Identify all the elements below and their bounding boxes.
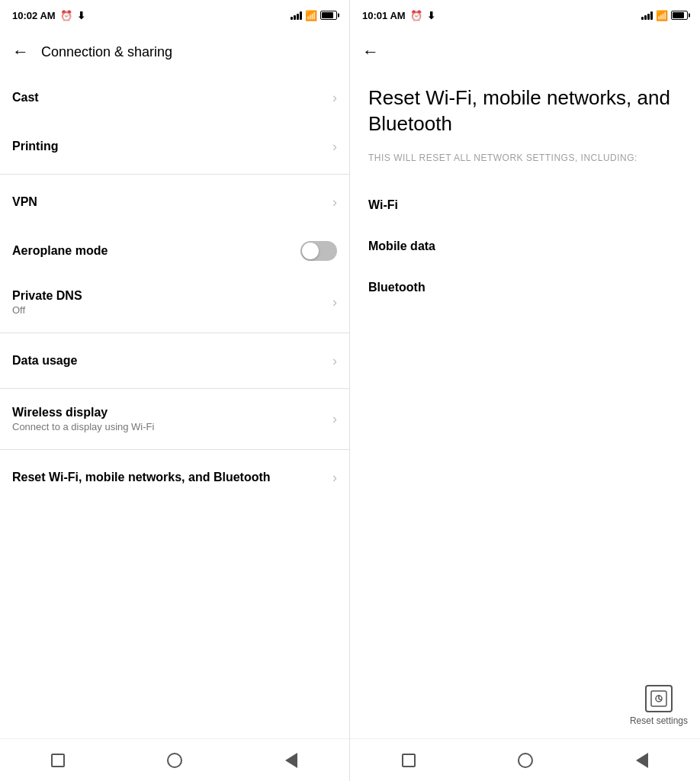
- left-alarm-icon: ⏰: [60, 10, 72, 21]
- left-nav-circle-icon: [167, 753, 182, 768]
- settings-item-aeroplane[interactable]: Aeroplane mode: [0, 227, 349, 275]
- right-battery-icon: 91: [671, 11, 688, 20]
- left-nav-triangle-icon: [285, 753, 297, 768]
- right-nav-bar: [350, 738, 700, 781]
- settings-item-wireless-display[interactable]: Wireless display Connect to a display us…: [0, 392, 349, 446]
- right-nav-square-icon: [402, 754, 416, 767]
- left-settings-list: Cast › Printing › VPN › Aeroplane mode: [0, 73, 349, 738]
- left-nav-bar: [0, 738, 349, 781]
- wireless-display-title: Wireless display: [12, 406, 154, 419]
- left-status-bar: 10:02 AM ⏰ ⬇ 📶 91: [0, 0, 349, 31]
- reset-item-bluetooth: Bluetooth: [368, 267, 682, 308]
- reset-item-wifi: Wi-Fi: [368, 185, 682, 226]
- right-battery-label: 91: [672, 12, 687, 19]
- reset-wifi-title: Reset Wi-Fi, mobile networks, and Blueto…: [12, 471, 271, 484]
- left-back-button[interactable]: ←: [12, 42, 29, 62]
- left-download-icon: ⬇: [77, 10, 85, 21]
- right-nav-home[interactable]: [510, 745, 541, 776]
- left-nav-square-icon: [51, 754, 65, 767]
- private-dns-title: Private DNS: [12, 289, 82, 303]
- right-phone-panel: 10:01 AM ⏰ ⬇ 📶 91 ← Reset Wi-Fi, mobile …: [350, 0, 700, 781]
- settings-item-vpn[interactable]: VPN ›: [0, 178, 349, 227]
- private-dns-subtitle: Off: [12, 304, 82, 316]
- printing-chevron: ›: [332, 139, 337, 155]
- right-toolbar: ←: [350, 31, 700, 73]
- vpn-title: VPN: [12, 195, 37, 209]
- settings-item-cast[interactable]: Cast ›: [0, 73, 349, 122]
- settings-item-private-dns[interactable]: Private DNS Off ›: [0, 275, 349, 329]
- reset-settings-label: Reset settings: [630, 715, 688, 726]
- right-wifi-icon: 📶: [656, 10, 668, 21]
- aeroplane-toggle[interactable]: [300, 241, 337, 261]
- reset-subtitle: THIS WILL RESET ALL NETWORK SETTINGS, IN…: [368, 153, 682, 163]
- left-status-right: 📶 91: [291, 10, 337, 21]
- right-nav-recents[interactable]: [393, 745, 424, 776]
- left-toolbar: ← Connection & sharing: [0, 31, 349, 73]
- reset-settings-button[interactable]: Reset settings: [630, 685, 688, 726]
- right-status-right: 📶 91: [641, 10, 688, 21]
- right-back-button[interactable]: ←: [362, 42, 379, 62]
- left-time: 10:02 AM: [12, 10, 56, 21]
- aeroplane-toggle-knob: [302, 243, 319, 259]
- left-nav-back[interactable]: [276, 745, 307, 776]
- divider-after-printing: [0, 174, 349, 175]
- left-status-left: 10:02 AM ⏰ ⬇: [12, 10, 85, 21]
- right-status-bar: 10:01 AM ⏰ ⬇ 📶 91: [350, 0, 700, 31]
- private-dns-chevron: ›: [332, 294, 337, 310]
- divider-after-data-usage: [0, 388, 349, 389]
- right-download-icon: ⬇: [427, 10, 435, 21]
- reset-footer: Reset settings: [350, 673, 700, 738]
- settings-item-data-usage[interactable]: Data usage ›: [0, 336, 349, 385]
- cast-chevron: ›: [332, 90, 337, 106]
- vpn-chevron: ›: [332, 194, 337, 211]
- left-wifi-icon: 📶: [305, 10, 317, 21]
- right-status-left: 10:01 AM ⏰ ⬇: [362, 10, 435, 21]
- reset-item-mobile-data: Mobile data: [368, 226, 682, 267]
- left-phone-panel: 10:02 AM ⏰ ⬇ 📶 91 ← Connection & sharing: [0, 0, 350, 781]
- left-battery-icon: 91: [320, 11, 337, 20]
- reset-settings-icon: [650, 690, 667, 707]
- wireless-display-chevron: ›: [332, 411, 337, 427]
- reset-wifi-chevron: ›: [332, 470, 337, 486]
- divider-after-private-dns: [0, 333, 349, 333]
- right-nav-triangle-icon: [636, 753, 648, 768]
- data-usage-title: Data usage: [12, 354, 77, 368]
- right-signal-icon: [641, 11, 653, 20]
- left-nav-home[interactable]: [159, 745, 190, 776]
- printing-title: Printing: [12, 140, 58, 153]
- data-usage-chevron: ›: [332, 353, 337, 369]
- cast-title: Cast: [12, 91, 39, 104]
- aeroplane-title: Aeroplane mode: [12, 244, 108, 258]
- divider-after-wireless-display: [0, 449, 349, 450]
- right-alarm-icon: ⏰: [410, 10, 422, 21]
- left-page-title: Connection & sharing: [41, 44, 172, 60]
- right-nav-circle-icon: [518, 753, 533, 768]
- reset-content: Reset Wi-Fi, mobile networks, and Blueto…: [350, 73, 700, 673]
- left-nav-recents[interactable]: [43, 745, 73, 776]
- aeroplane-toggle-container: [300, 241, 337, 261]
- settings-item-reset-wifi[interactable]: Reset Wi-Fi, mobile networks, and Blueto…: [0, 453, 349, 502]
- right-time: 10:01 AM: [362, 10, 406, 21]
- left-battery-label: 91: [321, 12, 336, 19]
- right-nav-back[interactable]: [627, 745, 657, 776]
- reset-page-title: Reset Wi-Fi, mobile networks, and Blueto…: [368, 85, 682, 137]
- reset-icon: [645, 685, 673, 712]
- settings-item-printing[interactable]: Printing ›: [0, 122, 349, 171]
- wireless-display-subtitle: Connect to a display using Wi-Fi: [12, 421, 154, 432]
- left-signal-icon: [291, 11, 302, 20]
